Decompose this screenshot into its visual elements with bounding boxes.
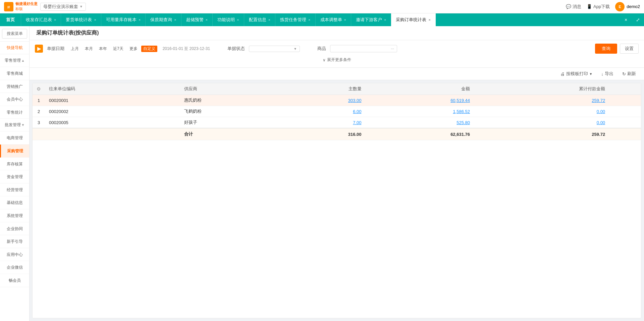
row-paid[interactable]: 0.00 [474, 106, 609, 117]
sidebar-item-lingshouguan[interactable]: 零售管理 ▲ [0, 54, 29, 67]
close-icon[interactable]: × [174, 18, 176, 22]
row-supplier: 好孩子 [180, 117, 281, 128]
row-amount[interactable]: 1,586.52 [366, 106, 474, 117]
sidebar-item-xinshouyindao[interactable]: 新手引导 [0, 235, 29, 248]
messages-button[interactable]: 💬 消息 [566, 4, 581, 10]
sidebar-item-jingying[interactable]: 经营管理 [0, 183, 29, 197]
date-custom-badge[interactable]: 自定义 [141, 46, 157, 52]
nav-maximize-button[interactable]: ⤢ [632, 13, 644, 26]
table-row: 3 00020005 好孩子 7.00 525.80 0.00 [33, 117, 641, 128]
sidebar-item-qiyeweixin[interactable]: 企业微信 [0, 261, 29, 274]
close-icon[interactable]: × [308, 18, 310, 22]
close-icon[interactable]: × [344, 18, 346, 22]
close-icon[interactable]: × [54, 18, 56, 22]
sidebar-item-jichu[interactable]: 基础信息 [0, 196, 29, 209]
settings-button[interactable]: 设置 [620, 44, 639, 54]
row-amount[interactable]: 60,519.44 [366, 95, 474, 106]
data-table: ⚙ 往来单位编码 供应商 主数量 金额 累计付款金额 1 00020001 [33, 83, 641, 140]
tab-chengben[interactable]: 成本调整单 × [316, 13, 351, 26]
app-download-button[interactable]: 📱 App下载 [587, 4, 610, 10]
sidebar-item-yingxiao[interactable]: 营销推广 [0, 80, 29, 93]
tab-yaoqing[interactable]: 邀请下游客户 × [351, 13, 391, 26]
sidebar-item-yingyong[interactable]: 应用中心 [0, 248, 29, 261]
sidebar-item-qiyexietong[interactable]: 企业协同 [0, 222, 29, 235]
tab-baozhi[interactable]: 保质期查询 × [146, 13, 181, 26]
more-icon[interactable]: ··· [391, 46, 394, 51]
col-paid-header: 累计付款金额 [474, 83, 609, 95]
table-container: ⚙ 往来单位编码 供应商 主数量 金额 累计付款金额 1 00020001 [32, 83, 641, 318]
nav-close-button[interactable]: × [620, 13, 632, 26]
tab-peizhi[interactable]: 配置信息 × [244, 13, 275, 26]
sidebar-item-huiyuan[interactable]: 会员中心 [0, 93, 29, 106]
date-7days-btn[interactable]: 近7天 [111, 45, 126, 53]
quick-nav-link[interactable]: 快捷导航 [0, 44, 29, 52]
col-supplier-header: 供应商 [180, 83, 281, 95]
workspace-selector[interactable]: 母婴行业演示账套 ▼ [40, 3, 86, 11]
nav-tabs: 首页 收发存汇总表 × 要货单统计表 × 可用量库存账本 × 保质期查询 × 超… [0, 13, 644, 26]
tab-gongneng[interactable]: 功能说明 × [213, 13, 244, 26]
sidebar-item-kucunhesuan[interactable]: 库存核算 [0, 158, 29, 171]
footer-amount: 62,631.76 [366, 128, 474, 140]
print-button[interactable]: 🖨 按模板打印 ▼ [558, 70, 595, 78]
sidebar-item-caigou[interactable]: 采购管理 [0, 145, 29, 158]
sidebar-item-lingsoushangcheng[interactable]: 零售商城 [0, 67, 29, 80]
settings-icon[interactable]: ⚙ [37, 86, 41, 92]
row-paid[interactable]: 259.72 [474, 95, 609, 106]
row-qty[interactable]: 6.00 [281, 106, 366, 117]
expand-conditions-button[interactable]: ∨ 展开更多条件 [323, 57, 351, 63]
logo-icon: 好 [4, 2, 13, 11]
tab-chaochuyujing[interactable]: 超储预警 × [181, 13, 213, 26]
tab-home[interactable]: 首页 [0, 13, 21, 26]
tab-yaohuo[interactable]: 要货单统计表 × [61, 13, 101, 26]
main-layout: 搜索菜单 快捷导航 零售管理 ▲ 零售商城 营销推广 会员中心 零售统计 批发管… [0, 26, 644, 321]
expand-row: ∨ 展开更多条件 [35, 56, 639, 64]
tab-caigou-active[interactable]: 采购订单统计表 × [391, 13, 435, 26]
footer-label: 合计 [180, 128, 281, 140]
row-supplier: 飞鹤奶粉 [180, 106, 281, 117]
chevron-down-icon: ▼ [79, 5, 83, 8]
tab-shoufacun[interactable]: 收发存汇总表 × [21, 13, 61, 26]
close-icon[interactable]: × [268, 18, 270, 22]
query-button[interactable]: 查询 [595, 44, 617, 54]
sidebar-item-pifaguan[interactable]: 批发管理 ▼ [0, 119, 29, 131]
date-label: 单据日期 [47, 46, 64, 52]
close-icon[interactable]: × [94, 18, 96, 22]
table-row: 2 00020002 飞鹤奶粉 6.00 1,586.52 0.00 [33, 106, 641, 117]
sidebar-item-dianshang[interactable]: 电商管理 [0, 131, 29, 145]
table-footer-row: 合计 316.00 62,631.76 259.72 [33, 128, 641, 140]
export-icon: ↓ [601, 71, 604, 76]
date-this-month-btn[interactable]: 本月 [83, 45, 95, 53]
chevron-down-icon: ∨ [323, 58, 326, 62]
page-header: 采购订单统计表(按供应商) [30, 26, 644, 40]
search-menu-button[interactable]: 搜索菜单 [2, 29, 27, 39]
close-icon[interactable]: × [384, 18, 386, 22]
footer-qty: 316.00 [281, 128, 366, 140]
date-last-month-btn[interactable]: 上月 [68, 45, 81, 53]
close-icon[interactable]: × [237, 18, 239, 22]
tab-keyongliang[interactable]: 可用量库存账本 × [101, 13, 146, 26]
goods-input[interactable]: ··· [330, 45, 397, 52]
status-select[interactable]: ▼ [249, 46, 300, 52]
row-paid[interactable]: 0.00 [474, 117, 609, 128]
close-icon[interactable]: × [428, 18, 430, 22]
row-qty[interactable]: 303.00 [281, 95, 366, 106]
sidebar-item-changhyuanyuan[interactable]: 畅会员 [0, 274, 29, 287]
message-icon: 💬 [566, 4, 571, 9]
export-button[interactable]: ↓ 导出 [599, 70, 616, 78]
row-qty[interactable]: 7.00 [281, 117, 366, 128]
sidebar-item-zijin[interactable]: 资金管理 [0, 170, 29, 183]
download-icon: 📱 [587, 4, 592, 9]
date-more-btn[interactable]: 更多 [127, 45, 140, 53]
filter-toggle-button[interactable]: ▶ [35, 45, 43, 53]
row-amount[interactable]: 525.80 [366, 117, 474, 128]
close-icon[interactable]: × [139, 18, 141, 22]
sidebar-item-lingsoutonji[interactable]: 零售统计 [0, 106, 29, 119]
tab-jianhuo[interactable]: 拣货任务管理 × [275, 13, 315, 26]
sidebar-item-xitong[interactable]: 系统管理 [0, 209, 29, 222]
user-menu[interactable]: E demo2 [615, 2, 640, 11]
close-icon[interactable]: × [206, 18, 208, 22]
row-code: 00020002 [45, 106, 180, 117]
col-settings: ⚙ [33, 83, 45, 95]
date-this-year-btn[interactable]: 本年 [97, 45, 109, 53]
refresh-button[interactable]: ↻ 刷新 [620, 70, 639, 78]
